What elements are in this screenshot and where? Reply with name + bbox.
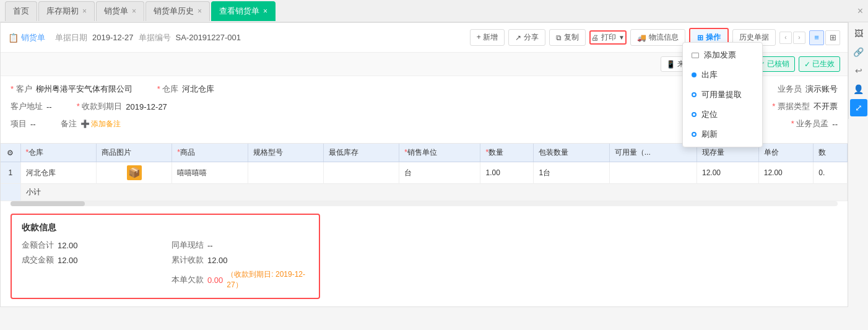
address-value: -- <box>46 102 52 111</box>
ticket-type-label: 票据类型 <box>772 101 810 112</box>
dropdown-add-invoice[interactable]: 添加发票 <box>683 45 762 65</box>
payment-box: 收款信息 金额合计 12.00 同单现结 -- 成交金额 12.00 累计收款 … <box>11 214 320 299</box>
out-warehouse-icon <box>692 72 697 77</box>
scroll-thumb[interactable] <box>11 201 85 206</box>
effective-button[interactable]: ✓ 已生效 <box>799 56 840 72</box>
total-value: 12.00 <box>58 241 78 250</box>
number-label: 单据编号 <box>139 32 171 43</box>
window-close-button[interactable]: × <box>857 6 863 17</box>
sales-staff-label: 业务员孟 <box>791 118 829 129</box>
dropdown-refresh[interactable]: 刷新 <box>683 124 762 144</box>
staff-field: 业务员 演示账号 <box>778 84 838 95</box>
row-amount: 0. <box>814 162 848 184</box>
product-table: ⚙ *仓库 商品图片 *商品 规格型号 最低库存 *销售单位 *数量 包装数量 … <box>1 143 848 201</box>
project-value: -- <box>30 119 36 129</box>
col-quantity: *数量 <box>480 144 534 162</box>
note-field: 备注 ➕ 添加备注 <box>61 118 121 129</box>
col-min-stock: 最低库存 <box>323 144 399 162</box>
col-spec: 规格型号 <box>248 144 323 162</box>
customer-value: 柳州粤港平安气体有限公司 <box>36 84 132 95</box>
logistics-button[interactable]: 🚚 物流信息 <box>630 29 685 46</box>
warehouse-label: 仓库 <box>157 84 179 95</box>
col-image: 商品图片 <box>96 144 171 162</box>
warehouse-value: 河北仓库 <box>182 84 214 95</box>
right-sidebar: 🖼 🔗 ↩ 👤 📋 ⤢ <box>848 22 868 119</box>
table-row: 1 河北仓库 📦 嘻嘻嘻嘻 台 1.00 1台 12.00 12.00 <box>1 162 848 184</box>
row-available <box>609 162 697 184</box>
dropdown-out-warehouse[interactable]: 出库 <box>683 65 762 85</box>
ticket-type-value: 不开票 <box>814 101 838 112</box>
outstanding-spacer <box>22 269 159 290</box>
tab-sales-order[interactable]: 销货单 × <box>96 1 144 21</box>
tab-home[interactable]: 首页 <box>5 1 37 21</box>
subtotal-label: 小计 <box>20 184 848 201</box>
due-date-field: 收款到期日 2019-12-27 <box>77 101 167 112</box>
nav-next[interactable]: › <box>793 32 805 44</box>
close-sales-history[interactable]: × <box>197 7 202 15</box>
same-order-value: -- <box>207 241 213 250</box>
sidebar-user-icon[interactable]: 👤 <box>850 80 867 98</box>
address-label: 客户地址 <box>11 101 43 112</box>
available-extract-icon <box>692 92 697 97</box>
payment-title: 收款信息 <box>22 222 309 233</box>
share-button[interactable]: ↗ 分享 <box>508 29 545 46</box>
tab-sales-history[interactable]: 销货单历史 × <box>145 1 210 21</box>
tab-inventory-init[interactable]: 库存期初 × <box>38 1 95 21</box>
add-note-button[interactable]: ➕ 添加备注 <box>80 119 121 129</box>
col-unit-price: 单价 <box>758 144 814 162</box>
dropdown-locate[interactable]: 定位 <box>683 105 762 124</box>
operation-dropdown: 添加发票 出库 可用量提取 定位 刷新 <box>682 42 763 147</box>
row-warehouse: 河北仓库 <box>20 162 96 184</box>
same-order-label: 同单现结 <box>171 240 204 251</box>
nav-prev[interactable]: ‹ <box>779 32 792 44</box>
due-date-value: 2019-12-27 <box>126 102 167 111</box>
col-unit: *销售单位 <box>399 144 480 162</box>
sidebar-image-icon[interactable]: 🖼 <box>850 25 867 42</box>
close-sales-order[interactable]: × <box>132 7 136 15</box>
app-container: 首页 库存期初 × 销货单 × 销货单历史 × 查看销货单 × × 📋 销货单 <box>0 0 868 330</box>
due-date-label: 收款到期日 <box>77 101 123 112</box>
print-button[interactable]: 🖨 打印 ▼ <box>589 30 627 45</box>
number-value: SA-20191227-001 <box>176 33 241 42</box>
project-field: 项目 -- <box>11 118 36 129</box>
view-grid-btn[interactable]: ⊞ <box>825 30 840 45</box>
close-view-sales[interactable]: × <box>263 7 267 15</box>
total-label: 金额合计 <box>22 240 54 251</box>
col-warehouse: *仓库 <box>20 144 96 162</box>
view-list-btn[interactable]: ≡ <box>809 30 824 45</box>
transaction-label: 成交金额 <box>22 254 54 266</box>
close-inventory-init[interactable]: × <box>82 7 87 15</box>
staff-label: 业务员 <box>778 84 802 95</box>
locate-icon <box>692 112 697 117</box>
sidebar-refresh-icon[interactable]: ↩ <box>850 62 867 79</box>
payment-grid: 金额合计 12.00 同单现结 -- 成交金额 12.00 累计收款 12.00 <box>22 240 309 290</box>
sales-staff-field: 业务员孟 -- <box>791 118 838 129</box>
col-amount: 数 <box>814 144 848 162</box>
copy-button[interactable]: ⧉ 复制 <box>549 29 586 46</box>
sidebar-expand-icon[interactable]: ⤢ <box>850 99 867 116</box>
doc-title: 销货单 <box>21 32 45 43</box>
row-package-qty: 1台 <box>534 162 609 184</box>
new-button[interactable]: + 新增 <box>470 29 505 46</box>
outstanding-row: 本单欠款 0.00 （收款到期日: 2019-12-27） <box>171 269 309 290</box>
outstanding-due: （收款到期日: 2019-12-27） <box>227 269 309 290</box>
row-unit-price: 12.00 <box>758 162 814 184</box>
view-toggle: ≡ ⊞ <box>809 30 840 45</box>
address-field: 客户地址 -- <box>11 101 52 112</box>
horizontal-scrollbar[interactable] <box>11 201 838 206</box>
outstanding-value: 0.00 <box>207 276 223 285</box>
dropdown-available-extract[interactable]: 可用量提取 <box>683 85 762 105</box>
doc-header-right: + 新增 ↗ 分享 ⧉ 复制 🖨 打印 ▼ 🚚 物流信息 <box>470 28 840 47</box>
row-min-stock <box>323 162 399 184</box>
doc-header-left: 📋 销货单 单据日期 2019-12-27 单据编号 SA-20191227-0… <box>8 32 241 43</box>
same-order-row: 同单现结 -- <box>171 240 309 251</box>
note-label: 备注 <box>61 118 77 129</box>
sidebar-link-icon[interactable]: 🔗 <box>850 43 867 61</box>
row-spec <box>248 162 323 184</box>
payment-total-row: 金额合计 12.00 <box>22 240 159 251</box>
transaction-value: 12.00 <box>58 256 78 265</box>
warehouse-field: 仓库 河北仓库 <box>157 84 215 95</box>
row-quantity: 1.00 <box>480 162 534 184</box>
cumulative-row: 累计收款 12.00 <box>171 254 309 266</box>
tab-view-sales[interactable]: 查看销货单 × <box>211 1 276 21</box>
